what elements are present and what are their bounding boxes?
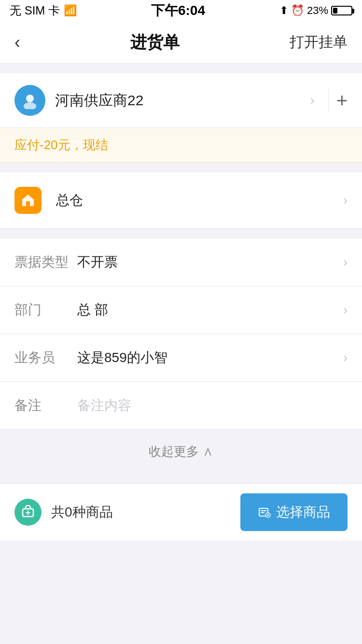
product-count-label: 共0种商品 [51,503,240,521]
invoice-type-row[interactable]: 票据类型 不开票 › [0,238,362,286]
product-bar-icon [14,499,42,526]
section-gap-4 [0,474,362,483]
salesperson-row[interactable]: 业务员 这是859的小智 › [0,334,362,382]
department-row[interactable]: 部门 总 部 › [0,286,362,334]
svg-point-0 [26,95,34,102]
collapse-button[interactable]: 收起更多 ∧ [0,430,362,474]
location-icon: ⬆ [279,4,288,17]
select-product-label: 选择商品 [276,503,330,521]
department-value: 总 部 [72,301,339,319]
carrier-label: 无 SIM 卡 [10,3,60,18]
status-bar: 无 SIM 卡 📶 下午6:04 ⬆ ⏰ 23% [0,0,362,21]
back-button[interactable]: ‹ [14,32,20,53]
page-title: 进货单 [130,31,180,54]
status-left: 无 SIM 卡 📶 [10,3,77,18]
svg-marker-3 [21,195,35,200]
supplier-section: 河南供应商22 › + 应付-20元，现结 [0,73,362,163]
battery-percent: 23% [307,4,328,17]
fields-section: 票据类型 不开票 › 部门 总 部 › 业务员 这是859的小智 › 备注 备注… [0,238,362,430]
section-gap-3 [0,229,362,238]
warehouse-row[interactable]: 总仓 › [0,172,362,229]
notice-banner: 应付-20元，现结 [0,128,362,163]
warehouse-chevron-icon: › [343,193,348,208]
supplier-chevron-icon: › [310,93,314,108]
supplier-avatar [14,85,45,116]
alarm-icon: ⏰ [291,4,304,17]
salesperson-label: 业务员 [14,349,72,367]
nav-bar: ‹ 进货单 打开挂单 [0,21,362,64]
add-supplier-button[interactable]: + [336,91,348,110]
wifi-icon: 📶 [64,4,77,17]
svg-point-1 [24,102,36,109]
warehouse-section: 总仓 › [0,172,362,229]
remark-value: 备注内容 [72,396,348,415]
warehouse-icon [14,187,42,214]
section-gap-2 [0,163,362,172]
battery-icon [331,6,352,15]
invoice-type-value: 不开票 [72,253,339,271]
remark-label: 备注 [14,396,72,415]
select-product-button[interactable]: 选择商品 [240,493,348,531]
salesperson-value: 这是859的小智 [72,349,339,367]
status-right: ⬆ ⏰ 23% [279,4,352,17]
invoice-type-label: 票据类型 [14,253,72,271]
divider [328,89,329,112]
supplier-name: 河南供应商22 [55,91,310,111]
svg-rect-4 [26,201,30,206]
select-product-icon [258,505,271,519]
warehouse-name: 总仓 [51,191,339,210]
product-bar: 共0种商品 选择商品 [0,483,362,541]
salesperson-chevron-icon: › [343,350,348,365]
section-gap-1 [0,64,362,73]
collapse-label: 收起更多 ∧ [149,443,213,460]
open-pending-button[interactable]: 打开挂单 [290,32,348,52]
department-label: 部门 [14,301,72,319]
bottom-fill [0,541,362,644]
remark-row[interactable]: 备注 备注内容 [0,382,362,430]
supplier-row[interactable]: 河南供应商22 › + [0,73,362,128]
department-chevron-icon: › [343,302,348,318]
status-time: 下午6:04 [151,1,205,20]
invoice-type-chevron-icon: › [343,254,348,270]
